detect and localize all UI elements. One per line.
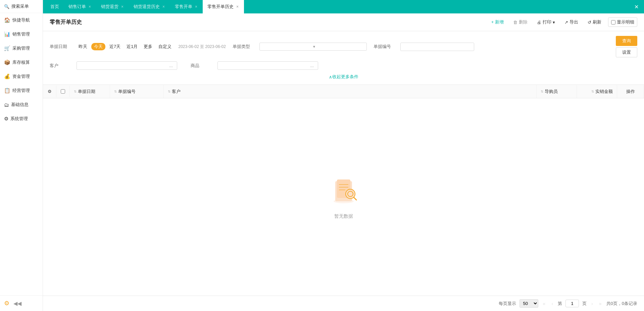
tab-sales-order[interactable]: 销售订单 × <box>64 0 96 13</box>
inventory-icon: 📦 <box>4 59 10 65</box>
sidebar-item-operations[interactable]: 📋 经营管理 <box>0 84 43 98</box>
date-btn-yesterday[interactable]: 昨天 <box>77 43 89 50</box>
finance-icon: 💰 <box>4 73 10 80</box>
date-btn-more[interactable]: 更多 <box>142 43 154 50</box>
tab-retail-open-label: 零售开单 <box>175 4 192 10</box>
product-ellipsis-icon[interactable]: ... <box>309 63 315 68</box>
sidebar-item-basic[interactable]: 🗂 基础信息 <box>0 98 43 112</box>
purchase-icon: 🛒 <box>4 45 10 51</box>
sidebar-item-inventory[interactable]: 📦 库存核算 <box>0 55 43 69</box>
sidebar-search-label: 搜索采单 <box>11 3 29 9</box>
sidebar-item-sales[interactable]: 📊 销售管理 <box>0 27 43 41</box>
table-header: ⚙ ⇅ 单据日期 ⇅ 单据编号 ⇅ 客户 ⇅ 导购员 <box>43 85 644 98</box>
sidebar-item-finance[interactable]: 💰 资金管理 <box>0 69 43 84</box>
export-button[interactable]: ↗ 导出 <box>562 18 581 27</box>
product-input-wrapper[interactable]: ... <box>217 61 318 70</box>
sidebar-item-label: 基础信息 <box>11 102 29 108</box>
sidebar-search[interactable]: 🔍 搜索采单 <box>0 0 43 13</box>
delete-button[interactable]: 🗑 删除 <box>510 18 530 27</box>
query-button[interactable]: 查询 <box>616 36 637 46</box>
tab-retail-open-close[interactable]: × <box>194 4 198 9</box>
page-suffix-label: 页 <box>582 301 587 307</box>
th-op-label: 操作 <box>626 89 635 95</box>
first-page-button[interactable]: « <box>542 300 547 307</box>
th-guide-label: 导购员 <box>545 89 558 95</box>
select-all-checkbox[interactable] <box>61 89 65 94</box>
collapse-more-button[interactable]: ∧ 收起更多条件 <box>50 74 637 80</box>
tab-sales-order-label: 销售订单 <box>68 4 86 10</box>
doc-type-select[interactable]: ▾ <box>259 43 367 51</box>
close-icon: ✕ <box>634 4 639 10</box>
sidebar-item-quick-nav[interactable]: 🏠 快捷导航 <box>0 13 43 27</box>
filter-section: 单据日期 昨天 今天 近7天 近1月 更多 自定义 2023-06-02 至 2… <box>43 31 644 85</box>
tab-sales-return-close[interactable]: × <box>120 4 124 9</box>
print-label: 打印 <box>543 19 551 25</box>
sidebar: 🔍 搜索采单 🏠 快捷导航 📊 销售管理 🛒 采购管理 📦 库存核算 💰 资金管… <box>0 0 43 311</box>
th-amount[interactable]: ⇅ 实销金额 <box>577 85 617 98</box>
settings-button[interactable]: 设置 <box>616 47 637 57</box>
th-settings[interactable]: ⚙ <box>43 86 56 97</box>
tab-retail-open[interactable]: 零售开单 × <box>170 0 203 13</box>
next-page-button[interactable]: › <box>590 300 594 307</box>
customer-input-wrapper[interactable]: ... <box>77 61 177 70</box>
svg-line-8 <box>354 197 356 200</box>
tab-home[interactable]: 首页 <box>46 0 64 13</box>
sidebar-item-purchase[interactable]: 🛒 采购管理 <box>0 41 43 55</box>
customer-ellipsis-icon[interactable]: ... <box>168 63 174 68</box>
th-date[interactable]: ⇅ 单据日期 <box>70 85 110 98</box>
operations-icon: 📋 <box>4 88 10 94</box>
date-buttons: 昨天 今天 近7天 近1月 更多 自定义 2023-06-02 至 2023-0… <box>77 43 226 50</box>
th-customer[interactable]: ⇅ 客户 <box>164 85 537 98</box>
date-btn-1month[interactable]: 近1月 <box>125 43 140 50</box>
tab-sales-return[interactable]: 销货退货 × <box>96 0 129 13</box>
system-icon: ⚙ <box>4 116 8 122</box>
sidebar-item-label: 销售管理 <box>12 31 30 37</box>
page-size-select[interactable]: 50 100 200 <box>519 299 538 308</box>
print-button[interactable]: 🖨 打印 ▾ <box>534 18 558 27</box>
doc-no-input[interactable] <box>400 43 474 51</box>
export-icon: ↗ <box>564 20 568 25</box>
sidebar-collapse-button[interactable]: ◀◀ <box>13 300 21 307</box>
page-number-input[interactable] <box>565 300 579 307</box>
close-all-tabs-button[interactable]: ✕ <box>632 4 641 10</box>
basic-icon: 🗂 <box>4 102 9 108</box>
empty-state: 暂无数据 <box>43 98 644 296</box>
doc-type-chevron-icon: ▾ <box>313 44 364 49</box>
th-checkbox[interactable] <box>56 86 70 97</box>
display-detail-checkbox-wrapper[interactable]: 显示明细 <box>608 17 637 27</box>
date-btn-today[interactable]: 今天 <box>91 43 105 50</box>
sidebar-item-label: 资金管理 <box>12 73 30 80</box>
sidebar-item-system[interactable]: ⚙ 系统管理 <box>0 112 43 126</box>
th-docno-label: 单据编号 <box>118 89 136 95</box>
tab-sales-return-history-close[interactable]: × <box>162 4 165 9</box>
tab-sales-order-close[interactable]: × <box>88 4 92 9</box>
settings-gear-button[interactable]: ⚙ <box>4 300 9 307</box>
th-docno[interactable]: ⇅ 单据编号 <box>110 85 164 98</box>
th-customer-label: 客户 <box>172 89 181 95</box>
prev-page-button[interactable]: ‹ <box>550 300 554 307</box>
date-range-display: 2023-06-02 至 2023-06-02 <box>178 44 226 50</box>
th-guide[interactable]: ⇅ 导购员 <box>537 85 577 98</box>
print-dropdown-icon: ▾ <box>553 20 555 25</box>
date-filter-label: 单据日期 <box>50 44 70 50</box>
th-date-label: 单据日期 <box>78 89 95 95</box>
refresh-button[interactable]: ↺ 刷新 <box>585 18 604 27</box>
tab-retail-open-history-close[interactable]: × <box>236 4 239 9</box>
date-btn-7days[interactable]: 近7天 <box>107 43 122 50</box>
date-btn-custom[interactable]: 自定义 <box>156 43 174 50</box>
last-page-button[interactable]: » <box>598 300 603 307</box>
add-button[interactable]: + 新增 <box>489 18 506 27</box>
display-detail-checkbox[interactable] <box>611 20 615 24</box>
delete-label: 删除 <box>519 19 528 25</box>
tab-retail-open-history[interactable]: 零售开单历史 × <box>203 0 244 13</box>
tab-sales-return-label: 销货退货 <box>101 4 118 10</box>
tab-sales-return-history[interactable]: 销货退货历史 × <box>129 0 170 13</box>
tab-retail-open-history-label: 零售开单历史 <box>207 4 234 10</box>
main-area: 首页 销售订单 × 销货退货 × 销货退货历史 × 零售开单 × 零售开单历史 … <box>43 0 644 311</box>
filter-row-1: 单据日期 昨天 今天 近7天 近1月 更多 自定义 2023-06-02 至 2… <box>50 36 637 57</box>
home-icon: 🏠 <box>4 17 10 23</box>
product-label: 商品 <box>191 63 211 69</box>
display-detail-label: 显示明细 <box>617 19 634 25</box>
sidebar-item-label: 库存核算 <box>12 59 30 65</box>
sidebar-item-label: 系统管理 <box>10 116 28 122</box>
